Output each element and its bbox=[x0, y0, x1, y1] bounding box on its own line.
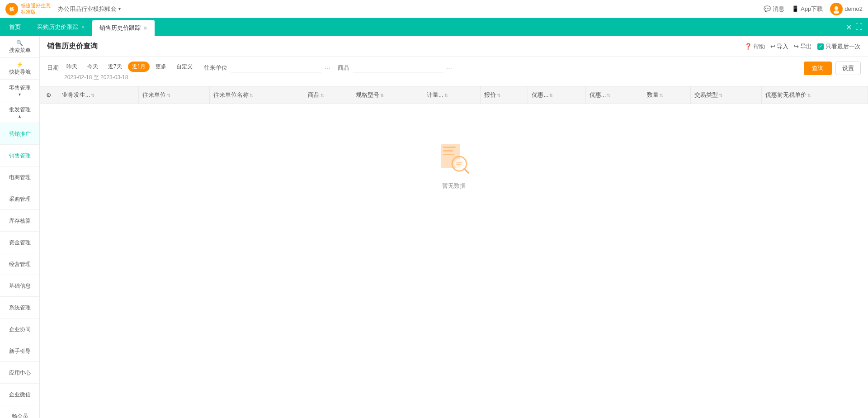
product-dots-button[interactable]: ... bbox=[446, 63, 452, 71]
gear-icon[interactable]: ⚙ bbox=[46, 92, 52, 99]
page-actions: ❓ 帮助 ↩ 导入 ↪ 导出 ✓ 只看最后一次 bbox=[745, 43, 861, 51]
message-icon: 💬 bbox=[764, 5, 771, 12]
sidebar-item-finance[interactable]: 资金管理 bbox=[0, 232, 39, 253]
content-area: 销售历史价查询 ❓ 帮助 ↩ 导入 ↪ 导出 ✓ 只看最后一次 bbox=[40, 36, 868, 418]
sidebar-item-inventory[interactable]: 库存核算 bbox=[0, 210, 39, 232]
column-tax-free-price[interactable]: 优惠前无税单价 ⇅ bbox=[762, 86, 868, 104]
sidebar-item-purchase[interactable]: 采购管理 bbox=[0, 188, 39, 210]
sidebar-item-ecommerce[interactable]: 电商管理 bbox=[0, 166, 39, 188]
sort-icon: ⇅ bbox=[167, 93, 170, 98]
tab-home[interactable]: 首页 bbox=[0, 18, 30, 36]
sidebar-item-business[interactable]: 经营管理 bbox=[0, 253, 39, 275]
chevron-up-icon: ▴ bbox=[19, 114, 21, 119]
export-button[interactable]: ↪ 导出 bbox=[794, 43, 812, 51]
column-unit[interactable]: 计量... ⇅ bbox=[423, 86, 480, 104]
date-btn-custom[interactable]: 自定义 bbox=[172, 62, 197, 72]
tab-bar: 首页 采购历史价跟踪 ✕ 销售历史价跟踪 ✕ ✕ ⛶ bbox=[0, 18, 868, 36]
date-filter-group: 日期 昨天 今天 近7天 近1月 更多 自定义 2023-02-18 至 202… bbox=[47, 62, 197, 81]
sort-icon: ⇅ bbox=[497, 93, 500, 98]
user-menu[interactable]: demo2 bbox=[830, 3, 863, 15]
sort-icon: ⇅ bbox=[380, 93, 384, 98]
tab-sales-history[interactable]: 销售历史价跟踪 ✕ bbox=[92, 20, 155, 36]
chevron-down-icon: ▾ bbox=[19, 92, 21, 97]
date-btn-yesterday[interactable]: 昨天 bbox=[62, 62, 81, 72]
column-settings[interactable]: ⚙ bbox=[40, 86, 58, 104]
column-discount2[interactable]: 优惠... ⇅ bbox=[585, 86, 643, 104]
chevron-down-icon: ▾ bbox=[118, 6, 121, 11]
sidebar-item-collab[interactable]: 企业协同 bbox=[0, 318, 39, 340]
svg-rect-7 bbox=[443, 150, 453, 152]
product-filter-group: 商品 ... bbox=[338, 62, 452, 74]
partner-filter-group: 往来单位 ... bbox=[204, 62, 330, 74]
product-input-group: ... bbox=[353, 62, 452, 72]
checkbox-icon: ✓ bbox=[817, 43, 824, 50]
sort-icon: ⇅ bbox=[549, 93, 553, 98]
partner-label: 往来单位 bbox=[204, 62, 227, 74]
sidebar-item-app-center[interactable]: 应用中心 bbox=[0, 362, 39, 384]
sidebar-item-quick-nav[interactable]: ⚡ 快捷导航 bbox=[0, 58, 39, 80]
sidebar-item-wechat[interactable]: 企业微信 bbox=[0, 384, 39, 405]
logo-icon: 畅 bbox=[5, 3, 18, 15]
sort-icon: ⇅ bbox=[660, 93, 663, 98]
app-selector[interactable]: 办公用品行业模拟账套 ▾ bbox=[54, 3, 124, 15]
maximize-icon[interactable]: ⛶ bbox=[855, 23, 863, 31]
sidebar-item-system[interactable]: 系统管理 bbox=[0, 297, 39, 318]
sidebar-item-basic-info[interactable]: 基础信息 bbox=[0, 275, 39, 297]
partner-dots-button[interactable]: ... bbox=[324, 63, 330, 71]
svg-line-11 bbox=[464, 169, 468, 173]
column-spec[interactable]: 规格型号 ⇅ bbox=[352, 86, 423, 104]
date-btn-today[interactable]: 今天 bbox=[83, 62, 102, 72]
message-button[interactable]: 💬 消息 bbox=[764, 5, 784, 13]
column-quantity[interactable]: 数量 ⇅ bbox=[643, 86, 690, 104]
sidebar-item-sales-mgmt[interactable]: 销售管理 bbox=[0, 145, 39, 166]
product-label: 商品 bbox=[338, 62, 349, 74]
date-label: 日期 bbox=[47, 62, 59, 74]
sort-icon: ⇅ bbox=[250, 93, 253, 98]
column-biz-date[interactable]: 业务发生... ⇅ bbox=[58, 86, 139, 104]
sidebar-item-member[interactable]: 畅会员 bbox=[0, 405, 39, 418]
sort-icon: ⇅ bbox=[91, 93, 94, 98]
only-last-checkbox[interactable]: ✓ 只看最后一次 bbox=[817, 43, 861, 51]
import-icon: ↩ bbox=[770, 43, 775, 50]
close-window-icon[interactable]: ✕ bbox=[846, 23, 852, 32]
sidebar-item-marketing[interactable]: 营销推广 bbox=[0, 123, 39, 145]
empty-illustration bbox=[436, 140, 472, 176]
column-price[interactable]: 报价 ⇅ bbox=[481, 86, 528, 104]
import-button[interactable]: ↩ 导入 bbox=[770, 43, 788, 51]
date-btn-1month[interactable]: 近1月 bbox=[128, 62, 150, 72]
page-header: 销售历史价查询 ❓ 帮助 ↩ 导入 ↪ 导出 ✓ 只看最后一次 bbox=[40, 36, 868, 57]
logo-text: 畅捷通好生意 标准版 bbox=[21, 3, 51, 14]
tab-purchase-history[interactable]: 采购历史价跟踪 ✕ bbox=[30, 18, 92, 36]
column-partner-id[interactable]: 往来单位 ⇅ bbox=[139, 86, 210, 104]
sidebar-item-guide[interactable]: 新手引导 bbox=[0, 340, 39, 362]
svg-point-10 bbox=[454, 159, 464, 169]
settings-button[interactable]: 设置 bbox=[835, 62, 861, 75]
empty-text: 暂无数据 bbox=[442, 182, 466, 190]
partner-input[interactable] bbox=[231, 62, 321, 72]
sort-icon: ⇅ bbox=[321, 93, 324, 98]
sidebar-item-wholesale[interactable]: 批发管理 ▴ bbox=[0, 101, 39, 123]
column-discount1[interactable]: 优惠... ⇅ bbox=[528, 86, 585, 104]
date-btn-7days[interactable]: 近7天 bbox=[104, 62, 126, 72]
search-icon: 🔍 bbox=[16, 40, 23, 46]
page-title: 销售历史价查询 bbox=[47, 42, 98, 51]
app-download-button[interactable]: 📱 App下载 bbox=[792, 5, 823, 13]
close-tab1-icon[interactable]: ✕ bbox=[81, 24, 85, 30]
column-product[interactable]: 商品 ⇅ bbox=[304, 86, 352, 104]
date-btn-more[interactable]: 更多 bbox=[151, 62, 170, 72]
logo-area: 畅 畅捷通好生意 标准版 bbox=[5, 3, 51, 15]
sort-icon: ⇅ bbox=[444, 93, 448, 98]
column-trade-type[interactable]: 交易类型 ⇅ bbox=[690, 86, 761, 104]
product-input[interactable] bbox=[353, 62, 443, 72]
query-button[interactable]: 查询 bbox=[804, 62, 832, 75]
filter-row: 日期 昨天 今天 近7天 近1月 更多 自定义 2023-02-18 至 202… bbox=[40, 57, 868, 86]
column-partner-name[interactable]: 往来单位名称 ⇅ bbox=[210, 86, 304, 104]
help-button[interactable]: ❓ 帮助 bbox=[745, 43, 765, 51]
download-icon: 📱 bbox=[792, 5, 799, 12]
close-tab2-icon[interactable]: ✕ bbox=[143, 25, 147, 31]
partner-input-group: ... bbox=[231, 62, 330, 72]
sidebar-item-retail[interactable]: 零售管理 ▾ bbox=[0, 80, 39, 101]
data-table: ⚙ 业务发生... ⇅ 往来单位 ⇅ bbox=[40, 86, 868, 104]
nav-icon: ⚡ bbox=[16, 62, 23, 68]
sidebar-item-search-menu[interactable]: 🔍 搜索菜单 bbox=[0, 36, 39, 58]
